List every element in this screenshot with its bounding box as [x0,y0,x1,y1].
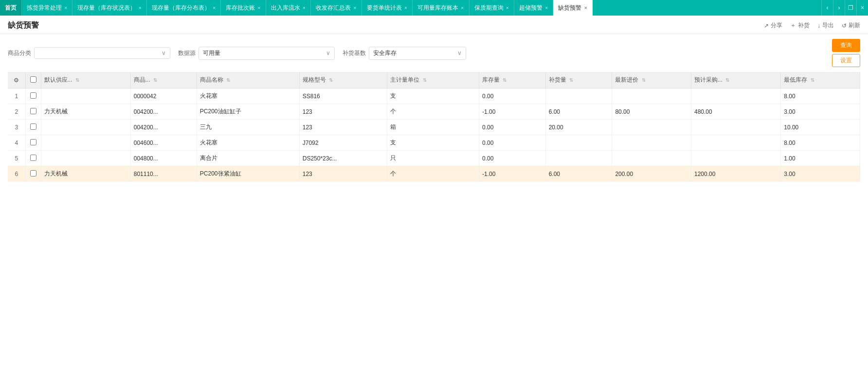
row-unit: 支 [387,88,479,104]
tab-nav-buttons: ‹ › ❐ × [821,0,868,16]
col-product-name[interactable]: 商品名称 ⇅ [197,72,299,88]
col-unit[interactable]: 主计量单位 ⇅ [387,72,479,88]
tab-item-6[interactable]: 收发存汇总表 × [311,0,362,16]
tab-close-9[interactable]: × [506,5,509,11]
sort-spec-icon: ⇅ [329,77,333,83]
col-estimated-purchase[interactable]: 预计采购... ⇅ [691,72,781,88]
row-product-name: PC200张紧油缸 [197,166,299,182]
row-spec: SS816 [299,88,387,104]
row-product-name: 离合片 [197,151,299,166]
export-action[interactable]: ↓ 导出 [817,21,834,30]
row-checkbox[interactable] [30,123,36,130]
row-latest-price [612,151,691,166]
tab-close-8[interactable]: × [461,5,464,11]
window-close-btn[interactable]: × [856,0,868,16]
row-estimated-purchase: 480.00 [691,104,781,120]
tab-home[interactable]: 首页 [0,0,22,16]
col-checkbox[interactable] [25,72,41,88]
tab-item-1[interactable]: 拣货异常处理 × [22,0,72,16]
row-checkbox[interactable] [30,139,36,145]
tab-close-4[interactable]: × [257,5,260,11]
row-checkbox[interactable] [30,170,36,176]
row-checkbox-cell[interactable] [25,151,41,166]
share-action[interactable]: ↗ 分享 [764,21,782,30]
tab-prev-btn[interactable]: ‹ [821,0,833,16]
replenish-select[interactable]: 安全库存 ∨ [369,47,466,60]
row-checkbox[interactable] [30,92,36,99]
col-product-code[interactable]: 商品... ⇅ [130,72,197,88]
row-replenish-qty: 20.00 [545,120,612,135]
col-replenish-qty[interactable]: 补货量 ⇅ [545,72,612,88]
select-all-checkbox[interactable] [30,76,36,83]
tab-item-8[interactable]: 可用量库存账本 × [413,0,469,16]
table-row[interactable]: 6 力天机械 801110... PC200张紧油缸 123 个 -1.00 6… [8,166,860,182]
sort-price-icon: ⇅ [642,77,646,83]
tab-home-label: 首页 [5,4,17,12]
row-unit: 个 [387,166,479,182]
row-spec: 123 [299,166,387,182]
tab-item-11[interactable]: 缺货预警 × [553,0,592,16]
row-checkbox-cell[interactable] [25,120,41,135]
row-checkbox-cell[interactable] [25,88,41,104]
row-product-code: 801110... [130,166,197,182]
data-table: ⚙ 默认供应... ⇅ 商品... ⇅ 商品名称 ⇅ [8,72,860,182]
tab-item-9[interactable]: 保质期查询 × [470,0,514,16]
row-checkbox-cell[interactable] [25,104,41,120]
row-product-code: 0000042 [130,88,197,104]
table-row[interactable]: 5 004800... 离合片 DS250*23c... 只 0.00 1.00 [8,151,860,166]
tab-close-7[interactable]: × [404,5,407,11]
tab-item-7[interactable]: 要货单统计表 × [362,0,413,16]
window-restore-btn[interactable]: ❐ [845,0,856,16]
tab-close-1[interactable]: × [64,5,67,11]
tab-label-5: 出入库流水 [271,4,300,12]
row-default-supplier [41,135,130,151]
row-product-name: 火花塞 [197,135,299,151]
tab-close-10[interactable]: × [545,5,548,11]
table-row[interactable]: 2 力天机械 004200... PC200油缸缸子 123 个 -1.00 6… [8,104,860,120]
tab-item-10[interactable]: 超储预警 × [514,0,553,16]
category-select[interactable]: ∨ [34,47,170,59]
row-latest-price [612,88,691,104]
col-stock[interactable]: 库存量 ⇅ [479,72,545,88]
row-spec: DS250*23c... [299,151,387,166]
row-estimated-purchase [691,135,781,151]
tab-close-11[interactable]: × [584,5,587,11]
row-default-supplier: 力天机械 [41,166,130,182]
share-label: 分享 [771,21,782,30]
row-replenish-qty: 6.00 [545,166,612,182]
refresh-action[interactable]: ↺ 刷新 [842,21,860,30]
tab-item-3[interactable]: 现存量（库存分布表） × [147,0,221,16]
datasource-select[interactable]: 可用量 ∨ [199,47,335,60]
row-min-stock: 10.00 [781,120,860,135]
table-row[interactable]: 1 0000042 火花塞 SS816 支 0.00 8.00 [8,88,860,104]
row-checkbox[interactable] [30,155,36,161]
datasource-chevron-icon: ∨ [326,50,330,56]
settings-button[interactable]: 设置 [832,54,860,67]
tab-item-2[interactable]: 现存量（库存状况表） × [72,0,146,16]
tab-item-5[interactable]: 出入库流水 × [266,0,311,16]
tab-close-3[interactable]: × [213,5,216,11]
tab-close-2[interactable]: × [138,5,141,11]
tab-next-btn[interactable]: › [833,0,845,16]
tab-close-5[interactable]: × [303,5,306,11]
row-stock: -1.00 [479,166,545,182]
row-checkbox-cell[interactable] [25,166,41,182]
col-min-stock[interactable]: 最低库存 ⇅ [781,72,860,88]
row-stock: 0.00 [479,88,545,104]
query-button[interactable]: 查询 [832,39,860,52]
replenish-action[interactable]: ＋ 补货 [790,21,810,30]
col-default-supplier[interactable]: 默认供应... ⇅ [41,72,130,88]
tab-item-4[interactable]: 库存批次账 × [221,0,266,16]
table-row[interactable]: 4 004600... 火花塞 J7092 支 0.00 8.00 [8,135,860,151]
tab-label-2: 现存量（库存状况表） [77,4,136,12]
col-spec[interactable]: 规格型号 ⇅ [299,72,387,88]
datasource-filter-group: 数据源 可用量 ∨ [178,47,335,60]
col-latest-price-label: 最新进价 [615,76,638,83]
table-row[interactable]: 3 004200... 三九 123 箱 0.00 20.00 10.00 [8,120,860,135]
col-settings[interactable]: ⚙ [8,72,25,88]
row-checkbox[interactable] [30,108,36,114]
tab-close-6[interactable]: × [353,5,356,11]
row-checkbox-cell[interactable] [25,135,41,151]
col-latest-price[interactable]: 最新进价 ⇅ [612,72,691,88]
row-latest-price: 200.00 [612,166,691,182]
